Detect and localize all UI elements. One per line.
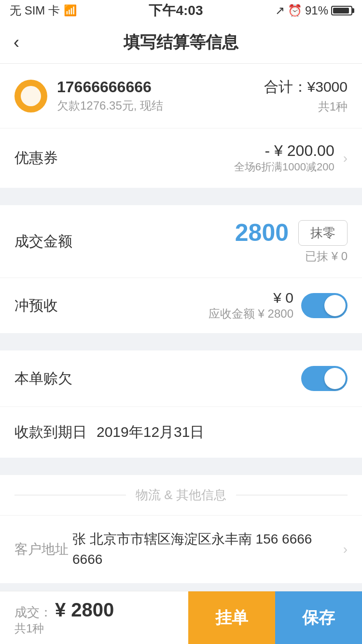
- prepay-label: 冲预收: [14, 296, 58, 316]
- status-left: 无 SIM 卡 📶: [10, 3, 77, 18]
- bottom-bar: 成交： ¥ 2800 共1种 挂单 保存: [0, 591, 362, 644]
- battery-text: 91%: [305, 4, 328, 17]
- amount-value: 2800: [235, 219, 289, 247]
- total-amount: 合计：¥3000: [264, 77, 348, 97]
- location-icon: ↗: [275, 4, 285, 17]
- prepay-amount: ¥ 0: [209, 290, 293, 306]
- avatar: [14, 80, 47, 112]
- customer-phone: 17666666666: [57, 78, 264, 96]
- nav-bar: ‹ 填写结算等信息: [0, 21, 362, 64]
- alarm-icon: ⏰: [288, 4, 302, 17]
- address-label: 客户地址: [14, 540, 72, 559]
- debit-label: 本单赊欠: [14, 369, 72, 389]
- amount-sub: 已抹 ¥ 0: [305, 249, 348, 264]
- customer-sub: 欠款1276.35元, 现结: [57, 98, 264, 113]
- avatar-icon: [21, 86, 41, 106]
- battery-fill: [333, 8, 349, 14]
- section-divider-2: [0, 342, 362, 350]
- page-title: 填写结算等信息: [124, 31, 238, 54]
- status-time: 下午4:03: [149, 1, 203, 20]
- logistics-line-right: [236, 495, 348, 495]
- coupon-row[interactable]: 优惠券 - ¥ 200.00 全场6折满1000减200 ›: [0, 128, 362, 188]
- round-button[interactable]: 抹零: [298, 220, 348, 246]
- prepay-amount-col: ¥ 0 应收金额 ¥ 2800: [209, 290, 293, 322]
- save-button[interactable]: 保存: [275, 591, 362, 644]
- amount-label: 成交金额: [14, 232, 72, 252]
- bottom-info: 成交： ¥ 2800 共1种: [0, 599, 188, 636]
- bottom-deal-row: 成交： ¥ 2800: [14, 599, 174, 621]
- hold-button[interactable]: 挂单: [188, 591, 275, 644]
- prepay-row: 冲预收 ¥ 0 应收金额 ¥ 2800: [0, 278, 362, 333]
- coupon-label: 优惠券: [14, 148, 58, 168]
- section-divider-1: [0, 196, 362, 205]
- status-bar: 无 SIM 卡 📶 下午4:03 ↗ ⏰ 91%: [0, 0, 362, 21]
- address-chevron-icon: ›: [343, 542, 348, 557]
- wifi-icon: 📶: [64, 4, 77, 17]
- customer-card: 17666666666 欠款1276.35元, 现结 合计：¥3000 共1种 …: [0, 64, 362, 188]
- bottom-buttons: 挂单 保存: [188, 591, 362, 644]
- address-value: 张 北京市市辖区海淀区永丰南 156 6666 6666: [72, 529, 339, 570]
- total-count: 共1种: [264, 99, 348, 114]
- debit-toggle[interactable]: [301, 366, 348, 391]
- duedate-row: 收款到期日 2019年12月31日: [0, 407, 362, 458]
- bottom-deal-label: 成交：: [14, 604, 52, 621]
- amount-controls: 2800 抹零: [235, 219, 348, 247]
- bottom-amount: ¥ 2800: [55, 599, 114, 621]
- logistics-text: 物流 & 其他信息: [136, 487, 226, 504]
- duedate-value: 2019年12月31日: [97, 422, 204, 442]
- logistics-line-left: [14, 495, 126, 495]
- coupon-discount: - ¥ 200.00: [234, 142, 334, 160]
- prepay-right: ¥ 0 应收金额 ¥ 2800: [209, 290, 348, 322]
- carrier-text: 无 SIM 卡: [10, 3, 60, 18]
- customer-total: 合计：¥3000 共1种: [264, 77, 348, 114]
- prepay-toggle[interactable]: [301, 293, 348, 318]
- logistics-header: 物流 & 其他信息: [0, 475, 362, 515]
- address-row[interactable]: 客户地址 张 北京市市辖区海淀区永丰南 156 6666 6666 ›: [0, 515, 362, 583]
- main-content: 17666666666 欠款1276.35元, 现结 合计：¥3000 共1种 …: [0, 64, 362, 644]
- debit-toggle-knob: [324, 368, 346, 389]
- coupon-right: - ¥ 200.00 全场6折满1000减200 ›: [234, 142, 348, 174]
- coupon-sub: 全场6折满1000减200: [234, 160, 334, 174]
- customer-info: 17666666666 欠款1276.35元, 现结: [57, 78, 264, 113]
- debit-card: 本单赊欠 收款到期日 2019年12月31日: [0, 350, 362, 458]
- coupon-info: - ¥ 200.00 全场6折满1000减200: [234, 142, 334, 174]
- transaction-card: 成交金额 2800 抹零 已抹 ¥ 0 冲预收 ¥ 0 应收金额 ¥ 2800: [0, 205, 362, 333]
- section-divider-3: [0, 466, 362, 475]
- coupon-chevron-icon: ›: [343, 151, 348, 166]
- bottom-count: 共1种: [14, 621, 174, 636]
- amount-row: 成交金额 2800 抹零 已抹 ¥ 0: [0, 205, 362, 278]
- logistics-card: 物流 & 其他信息 客户地址 张 北京市市辖区海淀区永丰南 156 6666 6…: [0, 475, 362, 583]
- duedate-label: 收款到期日: [14, 422, 87, 442]
- debit-row: 本单赊欠: [0, 350, 362, 407]
- prepay-sub: 应收金额 ¥ 2800: [209, 306, 293, 322]
- amount-right: 2800 抹零 已抹 ¥ 0: [235, 219, 348, 264]
- status-right: ↗ ⏰ 91%: [275, 4, 352, 17]
- toggle-knob: [324, 295, 346, 316]
- customer-row: 17666666666 欠款1276.35元, 现结 合计：¥3000 共1种: [0, 64, 362, 128]
- back-button[interactable]: ‹: [14, 32, 19, 53]
- battery-icon: [331, 6, 352, 15]
